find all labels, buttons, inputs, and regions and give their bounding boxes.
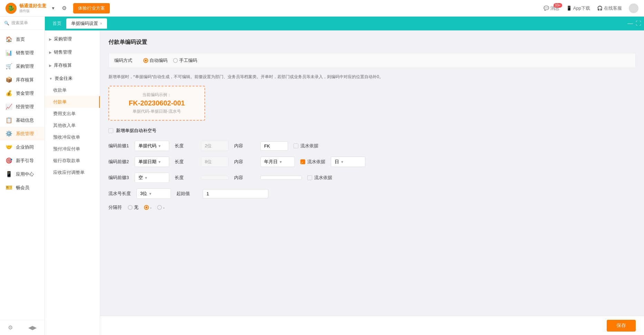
logo-text: 畅通道好生意 插件版 (19, 3, 46, 13)
sub-menu-item-expense[interactable]: 费用支出单 (45, 108, 100, 120)
sep-none-radio[interactable]: 无 (128, 204, 138, 211)
coding-method-label: 编码方式 (114, 57, 135, 64)
radio-dot-manual (173, 58, 178, 63)
tab-maximize-btn[interactable]: ⛶ (636, 20, 641, 27)
operations-icon: 📈 (6, 103, 12, 110)
separator-label: 分隔符 (108, 204, 122, 211)
sub-menu-title-sales[interactable]: ▶ 销售管理 (45, 46, 100, 58)
sidebar-item-operations[interactable]: 📈 经营管理 (0, 100, 45, 113)
prefix3-label: 编码前缀3 (108, 175, 129, 181)
serial-length-select[interactable]: 3位 ▼ (136, 188, 171, 199)
sidebar-item-enterprise[interactable]: 🤝 企业协同 (0, 140, 45, 154)
prefix1-chevron-icon: ▼ (158, 144, 161, 148)
code-preview-sub: 单据代码-单据日期-流水号 (117, 109, 196, 114)
prefix2-chevron-icon: ▼ (158, 160, 161, 164)
length1-input: 2位 (201, 141, 229, 151)
waterflow2-checkbox[interactable]: ✓ (300, 159, 305, 164)
prefix3-select[interactable]: 空 ▼ (135, 173, 169, 183)
prefix1-select[interactable]: 单据代码 ▼ (135, 141, 169, 151)
sidebar-item-guide[interactable]: 🎯 新手引导 (0, 154, 45, 167)
sidebar-item-member[interactable]: 🎫 畅会员 (0, 181, 45, 194)
sub-menu-item-prepay-receive[interactable]: 预收冲应收单 (45, 131, 100, 143)
length3-label: 长度 (175, 175, 195, 181)
waterflow2-unit-chevron-icon: ▼ (340, 160, 344, 164)
start-value-input[interactable] (203, 189, 268, 198)
waterflow2-unit-select[interactable]: 日 ▼ (331, 157, 365, 167)
radio-manual-coding[interactable]: 手工编码 (173, 57, 197, 64)
top-bar-left: 🐉 畅通道好生意 插件版 ▼ ⚙ 体验行业方案 (6, 3, 110, 14)
tab-current[interactable]: 单据编码设置 × (66, 18, 107, 29)
content2-select[interactable]: 年月日 ▼ (260, 157, 295, 167)
online-service-item[interactable]: 🎧 在线客服 (597, 5, 622, 11)
prefix2-select[interactable]: 单据日期 ▼ (135, 157, 169, 167)
page-content: 付款单编码设置 编码方式 自动编码 手工编码 (100, 30, 644, 316)
sub-menu-sales: ▶ 销售管理 (45, 46, 100, 58)
sub-menu-item-other-income[interactable]: 其他收入单 (45, 120, 100, 131)
sidebar-item-finance[interactable]: 💰 资金管理 (0, 86, 45, 100)
sub-menu-title-inventory[interactable]: ▶ 库存核算 (45, 59, 100, 71)
sidebar-item-basic[interactable]: 📋 基础信息 (0, 113, 45, 127)
prefix3-row: 编码前缀3 空 ▼ 长度 内容 流水依据 (108, 173, 636, 183)
waterflow1-checkbox[interactable] (294, 143, 298, 148)
sidebar-item-sales[interactable]: 📊 销售管理 (0, 46, 45, 59)
sidebar-footer: ⚙ ◀▶ (0, 320, 45, 335)
sidebar-item-apps[interactable]: 📱 应用中心 (0, 167, 45, 181)
top-bar-controls: ▼ ⚙ 体验行业方案 (51, 3, 110, 13)
chevron-right-icon-3: ▶ (49, 64, 52, 67)
info-text: 新增单据时，*单据编码*自动生成，不可编辑。前缀设置为部门、业务员等档案类。开单… (108, 74, 636, 80)
auto-fill-label: 新增单据自动补空号 (116, 128, 156, 134)
top-bar-right: 💬 消息 99+ 📱 App下载 🎧 在线客服 (544, 3, 638, 13)
sidebar-item-home[interactable]: 🏠 首页 (0, 32, 45, 46)
sub-menu-inventory: ▶ 库存核算 (45, 59, 100, 71)
sep-dot-radio[interactable]: · (157, 205, 165, 210)
length2-input: 8位 (201, 157, 229, 167)
settings-footer-btn[interactable]: ⚙ (8, 324, 13, 331)
tab-close-btn[interactable]: × (100, 22, 102, 26)
sub-menu-item-prepay-pay[interactable]: 预付冲应付单 (45, 143, 100, 155)
sub-menu-item-receivable-adjust[interactable]: 应收应付调整单 (45, 167, 100, 178)
settings-icon-btn[interactable]: ⚙ (59, 3, 69, 13)
logo-area: 🐉 畅通道好生意 插件版 (6, 3, 47, 14)
sub-menu-item-payment[interactable]: 付款单 (45, 96, 100, 108)
user-avatar[interactable] (629, 3, 638, 13)
prefix1-row: 编码前缀1 单据代码 ▼ 长度 2位 内容 FK 流水依据 (108, 141, 636, 151)
radio-auto-coding[interactable]: 自动编码 (143, 57, 167, 64)
tab-minimize-btn[interactable]: — (627, 20, 633, 27)
chevron-down-icon: ▼ (49, 77, 52, 81)
message-item[interactable]: 💬 消息 99+ (544, 5, 559, 11)
sidebar-search[interactable]: 🔍 搜索菜单 (0, 17, 45, 30)
collapse-sidebar-btn[interactable]: ◀▶ (28, 324, 37, 331)
tab-home[interactable]: 首页 (48, 18, 66, 29)
guide-icon: 🎯 (6, 157, 12, 164)
sep-dot-dot (157, 205, 162, 210)
page-title: 付款单编码设置 (108, 39, 636, 46)
content-area: ▶ 采购管理 ▶ 销售管理 ▶ 库存核算 ▼ 资金往来 (45, 30, 644, 335)
home-icon: 🏠 (6, 36, 12, 43)
waterflow3-checkbox[interactable] (307, 175, 312, 180)
content3-input (260, 176, 302, 180)
purchase-icon: 🛒 (6, 63, 12, 69)
sub-sidebar: ▶ 采购管理 ▶ 销售管理 ▶ 库存核算 ▼ 资金往来 (45, 30, 100, 335)
sub-menu-title-finance[interactable]: ▼ 资金往来 (45, 73, 100, 84)
trial-button[interactable]: 体验行业方案 (73, 3, 110, 13)
sub-menu-item-receipt[interactable]: 收款单 (45, 84, 100, 96)
auto-fill-checkbox[interactable] (108, 128, 113, 133)
inventory-icon: 📦 (6, 76, 12, 83)
prefix3-chevron-icon: ▼ (144, 176, 148, 180)
sub-menu-title-purchase[interactable]: ▶ 采购管理 (45, 33, 100, 45)
sub-menu-item-bank-deposit[interactable]: 银行存取款单 (45, 155, 100, 167)
code-preview-box: 当前编码示例： FK-20230602-001 单据代码-单据日期-流水号 (108, 86, 205, 121)
top-bar: 🐉 畅通道好生意 插件版 ▼ ⚙ 体验行业方案 💬 消息 99+ 📱 App下载… (0, 0, 644, 17)
sidebar-item-system[interactable]: ⚙️ 系统管理 (0, 127, 45, 140)
tab-bar-actions: — ⛶ (627, 20, 641, 27)
sidebar-item-purchase[interactable]: 🛒 采购管理 (0, 59, 45, 73)
online-service-icon: 🎧 (597, 6, 603, 11)
app-download-item[interactable]: 📱 App下载 (566, 5, 590, 11)
separator-row: 分隔符 无 · · (108, 204, 636, 211)
save-button[interactable]: 保存 (607, 320, 636, 332)
auto-fill-row: 新增单据自动补空号 (108, 128, 636, 134)
sub-menu-finance: ▼ 资金往来 收款单 付款单 费用支出单 其他收入单 预收冲应收单 (45, 73, 100, 178)
sep-dash-radio[interactable]: · (144, 205, 152, 210)
sidebar-item-inventory[interactable]: 📦 库存核算 (0, 73, 45, 86)
dropdown-btn[interactable]: ▼ (51, 6, 55, 11)
